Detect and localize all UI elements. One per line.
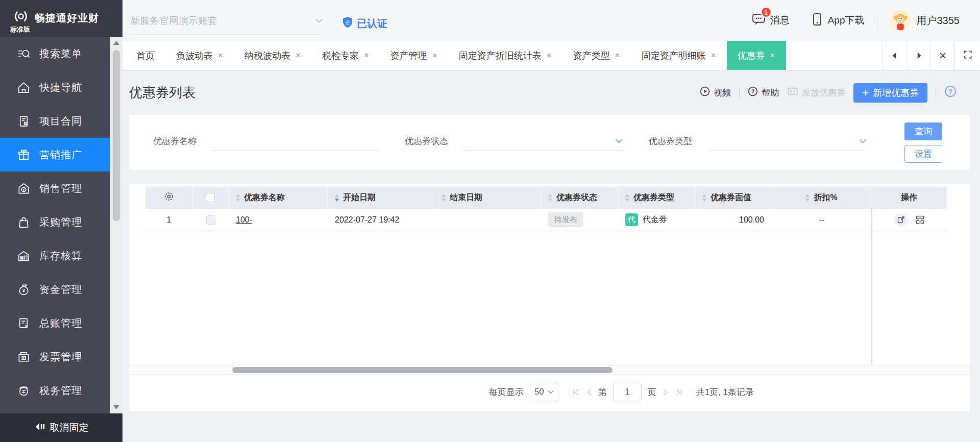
header-start-date[interactable]: 开始日期: [328, 186, 434, 209]
page-help-button[interactable]: ?: [944, 85, 957, 100]
horizontal-scrollbar-thumb[interactable]: [232, 367, 612, 373]
sidebar-item-search-menu[interactable]: 搜索菜单: [0, 37, 110, 70]
issue-coupon-button[interactable]: 发放优惠券: [787, 86, 845, 99]
sidebar-item-funds[interactable]: 资金管理: [0, 273, 110, 306]
coupon-name-link[interactable]: 100-: [236, 215, 252, 225]
tab-home[interactable]: 首页: [126, 41, 165, 70]
header-face-value[interactable]: 优惠券面值: [695, 186, 772, 209]
sidebar-item-tax[interactable]: 税务管理: [0, 374, 110, 407]
tab-tax-fluctuation[interactable]: 纳税波动表×: [234, 41, 311, 70]
sidebar-item-quick-nav[interactable]: 快捷导航: [0, 70, 110, 104]
select-all-checkbox[interactable]: [206, 193, 215, 202]
tab-asset-type[interactable]: 资产类型×: [562, 41, 631, 70]
coupon-name-input[interactable]: [211, 134, 381, 151]
sidebar-item-sales[interactable]: 销售管理: [0, 171, 110, 205]
tabs-scroll-right-button[interactable]: [906, 41, 930, 70]
chevron-down-icon: [548, 390, 554, 394]
sidebar-scrollbar[interactable]: [110, 37, 122, 413]
user-avatar[interactable]: [890, 10, 911, 31]
sidebar-item-label: 发票管理: [39, 350, 82, 364]
sidebar-item-invoice[interactable]: 发票管理: [0, 340, 110, 374]
coupon-type-select[interactable]: [706, 134, 869, 151]
tab-fluctuation[interactable]: 负波动表×: [165, 41, 234, 70]
status-badge: 待发布: [548, 212, 583, 227]
sort-icon[interactable]: [335, 194, 339, 202]
next-page-button[interactable]: [663, 388, 669, 396]
sidebar-scrollbar-thumb[interactable]: [113, 50, 120, 221]
sort-icon[interactable]: [702, 194, 706, 202]
page-number-input[interactable]: 1: [613, 383, 642, 401]
coupon-status-label: 优惠券状态: [405, 135, 448, 151]
tabs-scroll-left-button[interactable]: [883, 41, 906, 70]
verified-label: 已认证: [357, 17, 387, 31]
prev-page-button[interactable]: [586, 388, 592, 396]
scroll-up-arrow-icon[interactable]: [113, 41, 119, 45]
tab-close-icon[interactable]: ×: [711, 51, 716, 61]
issue-action-button[interactable]: [894, 213, 908, 227]
sidebar-menu: 搜索菜单 快捷导航 项目合同 营销推广 销售管理 采购管理: [0, 37, 110, 413]
header-discount[interactable]: 折扣%: [772, 186, 871, 209]
username-label[interactable]: 用户3355: [917, 14, 960, 28]
sidebar-item-label: 税务管理: [39, 384, 82, 398]
tab-close-icon[interactable]: ×: [770, 51, 775, 61]
page-actions: 视频 ? 帮助 发放优惠券 + 新增优惠券: [700, 83, 957, 103]
tab-close-icon[interactable]: ×: [218, 51, 223, 61]
sort-icon[interactable]: [805, 194, 810, 202]
more-actions-grid-icon[interactable]: [916, 215, 924, 224]
tab-close-icon[interactable]: ×: [296, 51, 301, 61]
tab-asset-detail-ledger[interactable]: 固定资产明细账×: [631, 41, 727, 70]
horizontal-scrollbar[interactable]: [129, 365, 970, 375]
last-page-button[interactable]: [675, 388, 683, 396]
settings-button[interactable]: 设置: [904, 145, 942, 163]
search-button[interactable]: 查询: [904, 122, 942, 140]
header-end-date[interactable]: 结束日期: [434, 186, 541, 209]
help-circle-icon: ?: [944, 85, 957, 100]
page-prefix-label: 第: [598, 386, 607, 398]
sidebar-item-general-ledger[interactable]: 总账管理: [0, 306, 110, 340]
header-status[interactable]: 优惠券状态: [541, 186, 618, 209]
warehouse-icon: [17, 249, 31, 263]
sort-icon[interactable]: [236, 194, 240, 202]
sidebar-item-marketing[interactable]: 营销推广: [0, 138, 110, 171]
per-page-select[interactable]: 50: [530, 383, 558, 401]
fixed-column-divider: [871, 186, 872, 365]
column-settings-button[interactable]: [145, 186, 192, 209]
cell-start-date: 2022-07-27 19:42: [328, 209, 434, 231]
unpin-sidebar-button[interactable]: 取消固定: [0, 413, 122, 442]
tab-depreciation-stats[interactable]: 固定资产折旧统计表×: [448, 41, 562, 70]
messages-button[interactable]: 1 消息: [752, 13, 790, 28]
tab-coupon[interactable]: 优惠券×: [727, 41, 786, 70]
verified-badge[interactable]: 企 已认证: [342, 16, 387, 31]
tab-close-icon[interactable]: ×: [432, 51, 437, 61]
cell-face-value: 100.00: [695, 209, 772, 231]
topbar-right: 1 消息 App下载 用户3355: [752, 0, 960, 41]
cell-actions: [871, 209, 947, 231]
video-button[interactable]: 视频: [700, 86, 731, 99]
header-label: 优惠券名称: [244, 192, 285, 203]
tab-label: 负波动表: [176, 50, 213, 62]
row-checkbox[interactable]: [206, 215, 215, 225]
sort-icon[interactable]: [625, 194, 629, 202]
fullscreen-button[interactable]: [954, 41, 980, 70]
tab-close-icon[interactable]: ×: [364, 51, 369, 61]
coupon-status-select[interactable]: [462, 134, 625, 151]
tab-asset-mgmt[interactable]: 资产管理×: [380, 41, 448, 70]
tab-tax-expert[interactable]: 税检专家×: [311, 41, 380, 70]
sort-icon[interactable]: [442, 194, 446, 202]
sidebar-item-purchase[interactable]: 采购管理: [0, 205, 110, 239]
sort-icon[interactable]: [548, 194, 552, 202]
close-all-tabs-button[interactable]: ×: [930, 41, 954, 70]
app-download-button[interactable]: App下载: [811, 13, 865, 29]
header-label: 操作: [901, 192, 917, 203]
scroll-down-arrow-icon[interactable]: [113, 405, 119, 409]
header-type[interactable]: 优惠券类型: [618, 186, 695, 209]
tab-close-icon[interactable]: ×: [547, 51, 552, 61]
help-button[interactable]: ? 帮助: [748, 86, 779, 99]
sidebar-item-project-contract[interactable]: 项目合同: [0, 104, 110, 138]
account-select[interactable]: 新服务官网演示账套: [130, 14, 323, 35]
sidebar-item-inventory[interactable]: 库存核算: [0, 239, 110, 273]
tab-close-icon[interactable]: ×: [615, 51, 620, 61]
first-page-button[interactable]: [572, 388, 580, 396]
add-coupon-button[interactable]: + 新增优惠券: [853, 83, 927, 103]
header-coupon-name[interactable]: 优惠券名称: [229, 186, 328, 209]
